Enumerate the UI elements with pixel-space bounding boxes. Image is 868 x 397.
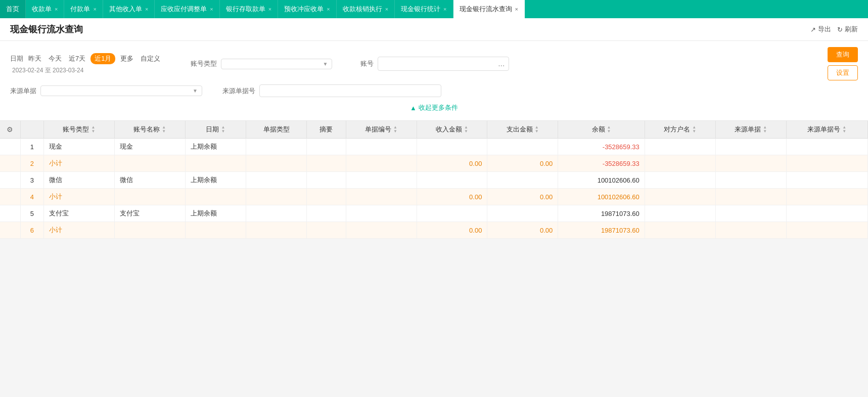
th-settings[interactable]: ⚙ bbox=[0, 121, 20, 139]
refresh-icon: ↻ bbox=[837, 26, 843, 33]
cell-doc-type bbox=[246, 222, 306, 239]
collapse-bar[interactable]: ▲ 收起更多条件 bbox=[10, 101, 858, 114]
close-icon[interactable]: × bbox=[210, 6, 213, 12]
nav-item-flow-query[interactable]: 现金银行流水查询 × bbox=[453, 0, 525, 18]
source-doc-select[interactable]: ▼ bbox=[40, 85, 202, 96]
close-icon[interactable]: × bbox=[55, 6, 58, 12]
close-icon[interactable]: × bbox=[443, 6, 446, 12]
sort-arrows-icon: ▲▼ bbox=[535, 125, 539, 134]
cell-date bbox=[185, 189, 246, 205]
th-date[interactable]: 日期 ▲▼ bbox=[185, 121, 246, 139]
table-row: 2 小计 0.00 0.00 -3528659.33 bbox=[0, 155, 868, 172]
date-opt-today[interactable]: 今天 bbox=[47, 53, 64, 64]
close-icon[interactable]: × bbox=[327, 6, 330, 12]
cell-expense bbox=[487, 205, 558, 222]
cell-counterpart bbox=[645, 172, 715, 189]
date-opt-7days[interactable]: 近7天 bbox=[67, 53, 87, 64]
th-balance[interactable]: 余额 ▲▼ bbox=[558, 121, 645, 139]
header-actions: ↗ 导出 ↻ 刷新 bbox=[810, 25, 858, 34]
cell-expense: 0.00 bbox=[487, 155, 558, 172]
close-icon[interactable]: × bbox=[145, 6, 148, 12]
account-input-wrapper[interactable]: ... bbox=[378, 57, 509, 71]
date-label: 日期 bbox=[10, 54, 23, 63]
cell-account-name bbox=[114, 222, 185, 239]
table-row: 6 小计 0.00 0.00 19871073.60 bbox=[0, 222, 868, 239]
chevron-down-icon: ▼ bbox=[193, 88, 198, 94]
table-row: 1 现金 现金 上期余额 -3528659.33 bbox=[0, 139, 868, 155]
table-header-row: ⚙ 账号类型 ▲▼ 账号名称 ▲▼ 日期 bbox=[0, 121, 868, 139]
cell-doc-type bbox=[246, 189, 306, 205]
th-account-name[interactable]: 账号名称 ▲▼ bbox=[114, 121, 185, 139]
sort-arrows-icon: ▲▼ bbox=[464, 125, 468, 134]
cell-account-type: 小计 bbox=[44, 222, 115, 239]
date-opt-custom[interactable]: 自定义 bbox=[139, 53, 162, 64]
source-doc-filter: 来源单据 ▼ bbox=[10, 85, 202, 96]
gear-icon[interactable]: ⚙ bbox=[7, 125, 13, 134]
th-income[interactable]: 收入金额 ▲▼ bbox=[417, 121, 487, 139]
cell-balance: 100102606.60 bbox=[558, 172, 645, 189]
nav-item-stats[interactable]: 现金银行统计 × bbox=[395, 0, 453, 18]
nav-item-adjustment[interactable]: 应收应付调整单 × bbox=[155, 0, 219, 18]
cell-date: 上期余额 bbox=[185, 139, 246, 155]
date-opt-more[interactable]: 更多 bbox=[118, 53, 135, 64]
cell-account-name bbox=[114, 189, 185, 205]
nav-item-write-off[interactable]: 收款核销执行 × bbox=[337, 0, 395, 18]
cell-row-num: 4 bbox=[20, 189, 44, 205]
search-button[interactable]: 查询 bbox=[828, 47, 858, 62]
filter-row-2: 来源单据 ▼ 来源单据号 bbox=[10, 84, 858, 97]
th-account-type[interactable]: 账号类型 ▲▼ bbox=[44, 121, 115, 139]
page-title: 现金银行流水查询 bbox=[10, 23, 83, 35]
cell-doc-type bbox=[246, 172, 306, 189]
top-navigation: 首页 收款单 × 付款单 × 其他收入单 × 应收应付调整单 × 银行存取款单 … bbox=[0, 0, 868, 18]
close-icon[interactable]: × bbox=[385, 6, 388, 12]
cell-row-num: 6 bbox=[20, 222, 44, 239]
table-body: 1 现金 现金 上期余额 -3528659.33 2 小计 0.00 0.00 … bbox=[0, 139, 868, 239]
th-expense[interactable]: 支出金额 ▲▼ bbox=[487, 121, 558, 139]
nav-item-payment[interactable]: 付款单 × bbox=[64, 0, 103, 18]
th-doc-no[interactable]: 单据编号 ▲▼ bbox=[346, 121, 417, 139]
cell-income bbox=[417, 205, 487, 222]
dots-icon[interactable]: ... bbox=[498, 59, 505, 68]
cell-doc-type bbox=[246, 205, 306, 222]
th-counterpart[interactable]: 对方户名 ▲▼ bbox=[645, 121, 715, 139]
cell-summary bbox=[307, 172, 346, 189]
nav-item-advance[interactable]: 预收冲应收单 × bbox=[278, 0, 336, 18]
source-doc-no-input[interactable] bbox=[259, 84, 441, 97]
cell-account-type: 小计 bbox=[44, 189, 115, 205]
settings-button[interactable]: 设置 bbox=[828, 65, 858, 80]
filter-area: 日期 昨天 今天 近7天 近1月 更多 自定义 2023-02-24 至 202… bbox=[0, 41, 868, 121]
cell-doc-no bbox=[346, 172, 417, 189]
refresh-button[interactable]: ↻ 刷新 bbox=[837, 25, 858, 34]
cell-source-doc-no bbox=[786, 155, 867, 172]
cell-date bbox=[185, 222, 246, 239]
cell-doc-type bbox=[246, 155, 306, 172]
chevron-down-icon: ▼ bbox=[323, 61, 328, 67]
date-range-text: 2023-02-24 至 2023-03-24 bbox=[12, 67, 83, 74]
cell-row-num: 5 bbox=[20, 205, 44, 222]
close-icon[interactable]: × bbox=[268, 6, 271, 12]
nav-item-bank-deposit[interactable]: 银行存取款单 × bbox=[220, 0, 278, 18]
close-icon[interactable]: × bbox=[93, 6, 96, 12]
th-source-doc-no[interactable]: 来源单据号 ▲▼ bbox=[786, 121, 867, 139]
page-header: 现金银行流水查询 ↗ 导出 ↻ 刷新 bbox=[0, 18, 868, 41]
cell-income: 0.00 bbox=[417, 189, 487, 205]
date-opt-1month[interactable]: 近1月 bbox=[90, 53, 115, 64]
cell-doc-no bbox=[346, 189, 417, 205]
account-type-filter: 账号类型 ▼ bbox=[191, 59, 332, 69]
nav-item-receipt[interactable]: 收款单 × bbox=[26, 0, 64, 18]
nav-item-other-income[interactable]: 其他收入单 × bbox=[103, 0, 155, 18]
nav-item-home[interactable]: 首页 bbox=[0, 0, 26, 18]
th-source-doc[interactable]: 来源单据 ▲▼ bbox=[715, 121, 786, 139]
date-opt-yesterday[interactable]: 昨天 bbox=[26, 53, 43, 64]
cell-income bbox=[417, 172, 487, 189]
cell-summary bbox=[307, 222, 346, 239]
cell-source-doc bbox=[715, 172, 786, 189]
cell-doc-type bbox=[246, 139, 306, 155]
close-icon[interactable]: × bbox=[515, 6, 518, 12]
cell-summary bbox=[307, 139, 346, 155]
account-type-select[interactable]: ▼ bbox=[221, 59, 332, 69]
export-button[interactable]: ↗ 导出 bbox=[810, 25, 831, 34]
cell-source-doc bbox=[715, 222, 786, 239]
cell-checkbox bbox=[0, 155, 20, 172]
cell-doc-no bbox=[346, 155, 417, 172]
